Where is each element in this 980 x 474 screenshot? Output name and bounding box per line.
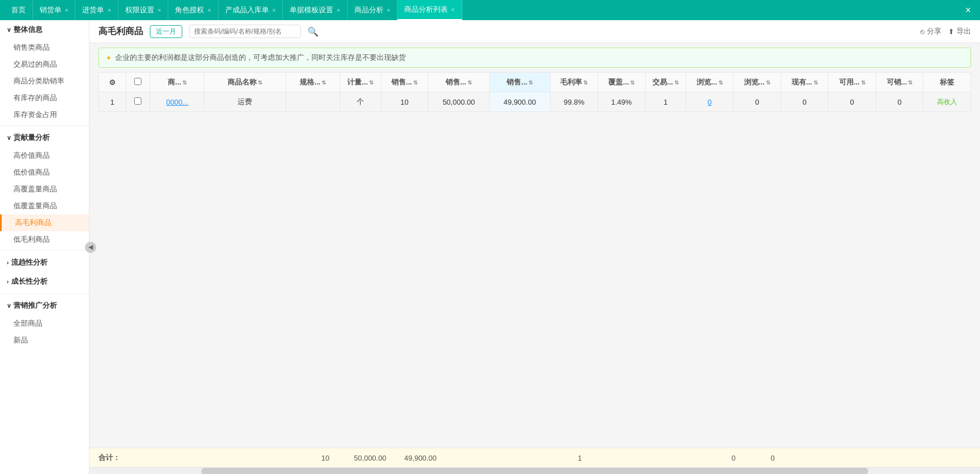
th-settings[interactable]: ⚙ (99, 73, 126, 92)
tab-production[interactable]: 产成品入库单 × (219, 0, 283, 20)
footer-available: 0 (753, 454, 792, 462)
th-browse2[interactable]: 浏览... ⇅ (733, 73, 781, 92)
tab-purchase-order[interactable]: 进货单 × (75, 0, 118, 20)
th-browse1[interactable]: 浏览... ⇅ (686, 73, 733, 92)
th-stock[interactable]: 现有... ⇅ (781, 73, 828, 92)
sort-sales-amount-icon: ⇅ (467, 79, 472, 86)
sidebar-item-low-margin[interactable]: 低毛利商品 (0, 231, 89, 248)
group-flow-arrow: › (7, 259, 9, 266)
divider-1 (0, 125, 89, 126)
sidebar-item-low-coverage[interactable]: 低覆盖量商品 (0, 198, 89, 214)
divider-3 (0, 293, 89, 294)
window-close-btn[interactable]: × (960, 4, 976, 16)
th-spec[interactable]: 规格... ⇅ (286, 73, 340, 92)
th-coverage[interactable]: 覆盖... ⇅ (598, 73, 645, 92)
cell-tag: 高收入 (923, 92, 970, 112)
sort-trade-icon: ⇅ (674, 79, 679, 86)
tab-template-close[interactable]: × (337, 7, 340, 13)
sidebar-group-overall[interactable]: ∨ 整体信息 (0, 20, 89, 39)
th-gross-rate[interactable]: 毛利率 ⇅ (550, 73, 598, 92)
header-checkbox[interactable] (134, 78, 141, 85)
sidebar-group-flow[interactable]: › 流趋性分析 (0, 253, 89, 272)
cell-code[interactable]: 0000... (150, 92, 205, 112)
content-area: 高毛利商品 近一月 🔍 ⎋ 分享 ⬆ 导出 ✦ 企业的主要的利润都是这部分商品创… (89, 20, 980, 474)
sidebar-item-new-goods[interactable]: 新品 (0, 332, 89, 349)
group-contribution-arrow: ∨ (7, 134, 11, 142)
sidebar-item-category-rate[interactable]: 商品分类助销率 (0, 73, 89, 90)
sort-sales-profit-icon: ⇅ (528, 79, 533, 86)
tab-permission-close[interactable]: × (158, 7, 161, 13)
sidebar-item-stock-fund[interactable]: 库存资金占用 (0, 106, 89, 123)
time-filter-btn[interactable]: 近一月 (150, 25, 182, 38)
scrollbar-thumb[interactable] (201, 468, 868, 474)
tab-role-close[interactable]: × (207, 7, 211, 13)
footer-qty: 10 (306, 454, 345, 462)
data-table: ⚙ 商... ⇅ 商品名称 (98, 72, 971, 112)
search-input[interactable] (189, 25, 301, 38)
footer-summary: 合计： 10 50,000.00 49,900.00 1 0 0 (89, 448, 980, 467)
sort-unit-icon: ⇅ (369, 79, 373, 86)
th-unit[interactable]: 计量... ⇅ (340, 73, 381, 92)
tab-permission[interactable]: 权限设置 × (119, 0, 168, 20)
cell-available: 0 (828, 92, 876, 112)
th-name[interactable]: 商品名称 ⇅ (205, 73, 286, 92)
sidebar-group-contribution[interactable]: ∨ 贡献量分析 (0, 128, 89, 147)
th-trade[interactable]: 交易... ⇅ (645, 73, 686, 92)
tab-template[interactable]: 单据模板设置 × (283, 0, 347, 20)
sidebar-item-high-margin[interactable]: 高毛利商品 (0, 214, 89, 231)
group-growth-arrow: › (7, 278, 9, 285)
footer-trade: 1 (563, 454, 596, 462)
divider-2 (0, 250, 89, 251)
sidebar-group-marketing[interactable]: ∨ 营销推广分析 (0, 296, 89, 315)
cell-sales-amount: 50,000.00 (428, 92, 489, 112)
th-sales-profit[interactable]: 销售... ⇅ (489, 73, 550, 92)
search-icon[interactable]: 🔍 (307, 26, 319, 37)
cell-sales-qty: 10 (381, 92, 428, 112)
tab-analysis-list[interactable]: 商品分析列表 × (397, 0, 462, 20)
sidebar-group-growth[interactable]: › 成长性分析 (0, 272, 89, 291)
sidebar-item-low-value[interactable]: 低价值商品 (0, 164, 89, 181)
cell-check[interactable] (126, 92, 150, 112)
sort-name-icon: ⇅ (258, 79, 262, 86)
sidebar-item-all-goods[interactable]: 全部商品 (0, 315, 89, 332)
tab-bar: 首页 销货单 × 进货单 × 权限设置 × 角色授权 × 产成品入库单 × 单据… (0, 0, 980, 20)
tab-home[interactable]: 首页 (4, 0, 33, 20)
tab-production-close[interactable]: × (272, 7, 276, 13)
info-banner: ✦ 企业的主要的利润都是这部分商品创造的，可考虑加大推广，同时关注库存是不要出现… (98, 48, 971, 68)
tab-purchase-close[interactable]: × (107, 7, 111, 13)
th-sales-amount[interactable]: 销售... ⇅ (428, 73, 489, 92)
share-btn[interactable]: ⎋ 分享 (920, 26, 941, 36)
sidebar-item-high-coverage[interactable]: 高覆盖量商品 (0, 181, 89, 198)
table-container: ⚙ 商... ⇅ 商品名称 (89, 72, 980, 448)
sort-stock-icon: ⇅ (813, 79, 818, 86)
row-checkbox[interactable] (134, 97, 141, 105)
tab-analysis[interactable]: 商品分析 × (348, 0, 397, 20)
export-btn[interactable]: ⬆ 导出 (948, 26, 971, 36)
th-sales-qty[interactable]: 销售... ⇅ (381, 73, 428, 92)
cell-spec (286, 92, 340, 112)
sidebar-collapse-btn[interactable]: ◀ (85, 242, 96, 253)
sort-browse1-icon: ⇅ (718, 79, 723, 86)
cell-browse1[interactable]: 0 (686, 92, 733, 112)
sidebar-item-sales-goods[interactable]: 销售类商品 (0, 39, 89, 56)
footer-spacer2 (446, 454, 563, 462)
group-marketing-arrow: ∨ (7, 302, 11, 309)
th-available[interactable]: 可用... ⇅ (828, 73, 876, 92)
horizontal-scrollbar[interactable] (89, 467, 980, 474)
cell-trade: 1 (645, 92, 686, 112)
tab-sales-order[interactable]: 销货单 × (33, 0, 75, 20)
sidebar-item-high-value[interactable]: 高价值商品 (0, 147, 89, 164)
cell-gross-rate: 99.8% (550, 92, 598, 112)
sidebar-item-traded-goods[interactable]: 交易过的商品 (0, 56, 89, 73)
cell-browse2: 0 (733, 92, 781, 112)
th-code[interactable]: 商... ⇅ (150, 73, 205, 92)
th-saleable[interactable]: 可销... ⇅ (876, 73, 924, 92)
tab-analysis-list-close[interactable]: × (451, 6, 455, 13)
tab-analysis-close[interactable]: × (387, 7, 390, 13)
sort-browse2-icon: ⇅ (766, 79, 770, 86)
th-check[interactable] (126, 73, 150, 92)
tab-role[interactable]: 角色授权 × (168, 0, 218, 20)
cell-stock: 0 (781, 92, 828, 112)
sidebar-item-in-stock[interactable]: 有库存的商品 (0, 90, 89, 106)
tab-sales-order-close[interactable]: × (65, 7, 68, 13)
